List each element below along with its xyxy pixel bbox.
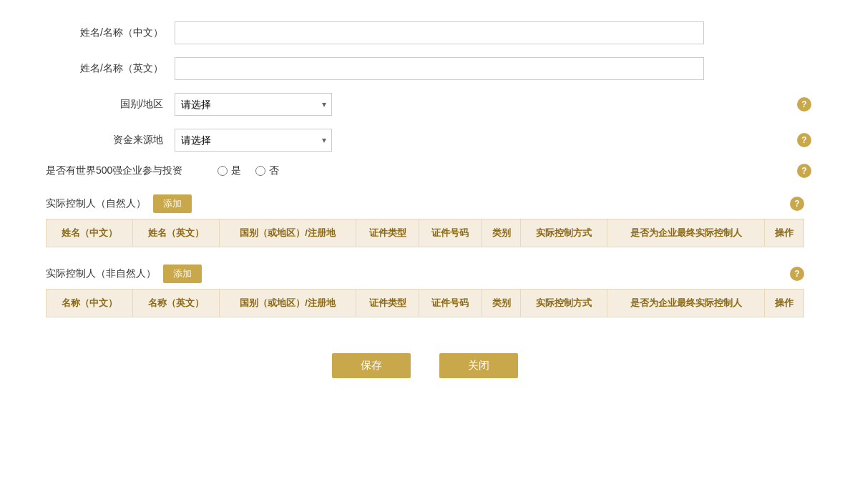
footer-buttons: 保存 关闭	[46, 353, 804, 400]
country-select-wrapper: 请选择	[175, 93, 332, 116]
section1-col-category: 类别	[482, 219, 521, 247]
fortune500-no-label[interactable]: 否	[255, 164, 279, 177]
section2-col-is-final-controller: 是否为企业最终实际控制人	[607, 290, 765, 317]
fortune500-no-radio[interactable]	[255, 166, 265, 176]
fund-source-row: 资金来源地 请选择 ?	[46, 129, 804, 152]
fortune500-yes-text: 是	[231, 164, 241, 177]
section2-add-button[interactable]: 添加	[163, 265, 202, 283]
section1-col-cert-type: 证件类型	[356, 219, 419, 247]
country-label: 国别/地区	[46, 98, 175, 111]
section1-col-action: 操作	[765, 219, 804, 247]
fortune500-row: 是否有世界500强企业参与投资 是 否 ?	[46, 164, 804, 177]
country-control: 请选择	[175, 93, 704, 116]
section2-col-cert-type: 证件类型	[356, 290, 419, 317]
fund-source-select-wrapper: 请选择	[175, 129, 332, 152]
fund-source-control: 请选择	[175, 129, 704, 152]
section2-col-name-en: 名称（英文）	[132, 290, 219, 317]
fortune500-label: 是否有世界500强企业参与投资	[46, 164, 218, 177]
section1-add-button[interactable]: 添加	[153, 194, 192, 213]
name-cn-row: 姓名/名称（中文）	[46, 21, 804, 44]
country-select[interactable]: 请选择	[175, 93, 332, 116]
section2-header: 实际控制人（非自然人） 添加 ?	[46, 265, 804, 283]
section1-col-country: 国别（或地区）/注册地	[219, 219, 356, 247]
name-cn-label: 姓名/名称（中文）	[46, 26, 175, 39]
section2-col-action: 操作	[765, 290, 804, 317]
section2-col-cert-no: 证件号码	[419, 290, 482, 317]
section2-col-category: 类别	[482, 290, 521, 317]
fortune500-yes-radio[interactable]	[218, 166, 228, 176]
section2-table-header-row: 名称（中文） 名称（英文） 国别（或地区）/注册地 证件类型 证件号码 类别 实…	[47, 290, 804, 317]
section1-table-header-row: 姓名（中文） 姓名（英文） 国别（或地区）/注册地 证件类型 证件号码 类别 实…	[47, 219, 804, 247]
section1-table: 姓名（中文） 姓名（英文） 国别（或地区）/注册地 证件类型 证件号码 类别 实…	[46, 219, 804, 247]
section1-col-is-final-controller: 是否为企业最终实际控制人	[607, 219, 765, 247]
section1-col-name-cn: 姓名（中文）	[47, 219, 133, 247]
name-cn-input[interactable]	[175, 21, 704, 44]
name-en-label: 姓名/名称（英文）	[46, 62, 175, 75]
fortune500-no-text: 否	[269, 164, 279, 177]
form-container: 姓名/名称（中文） 姓名/名称（英文） 国别/地区 请选择 ? 资金来源地	[46, 21, 804, 400]
save-button[interactable]: 保存	[332, 353, 411, 378]
section2-title: 实际控制人（非自然人）	[46, 267, 156, 280]
fund-source-label: 资金来源地	[46, 134, 175, 147]
section1-col-cert-no: 证件号码	[419, 219, 482, 247]
name-en-row: 姓名/名称（英文）	[46, 57, 804, 80]
section1-header: 实际控制人（自然人） 添加 ?	[46, 194, 804, 213]
fund-source-select[interactable]: 请选择	[175, 129, 332, 152]
section1-col-name-en: 姓名（英文）	[132, 219, 219, 247]
fortune500-yes-label[interactable]: 是	[218, 164, 241, 177]
section1-title: 实际控制人（自然人）	[46, 197, 146, 210]
fortune500-radio-group: 是 否	[218, 164, 279, 177]
fund-source-help-icon[interactable]: ?	[797, 133, 811, 147]
section2-col-country: 国别（或地区）/注册地	[219, 290, 356, 317]
section2-help-icon[interactable]: ?	[790, 267, 804, 281]
name-en-input[interactable]	[175, 57, 704, 80]
fortune500-help-icon[interactable]: ?	[797, 164, 811, 178]
section1-help-icon[interactable]: ?	[790, 197, 804, 211]
section2-col-name-cn: 名称（中文）	[47, 290, 133, 317]
section1-col-control-method: 实际控制方式	[521, 219, 607, 247]
section2-table: 名称（中文） 名称（英文） 国别（或地区）/注册地 证件类型 证件号码 类别 实…	[46, 289, 804, 317]
name-cn-control	[175, 21, 704, 44]
close-button[interactable]: 关闭	[439, 353, 518, 378]
name-en-control	[175, 57, 704, 80]
country-row: 国别/地区 请选择 ?	[46, 93, 804, 116]
country-help-icon[interactable]: ?	[797, 97, 811, 112]
section2-col-control-method: 实际控制方式	[521, 290, 607, 317]
